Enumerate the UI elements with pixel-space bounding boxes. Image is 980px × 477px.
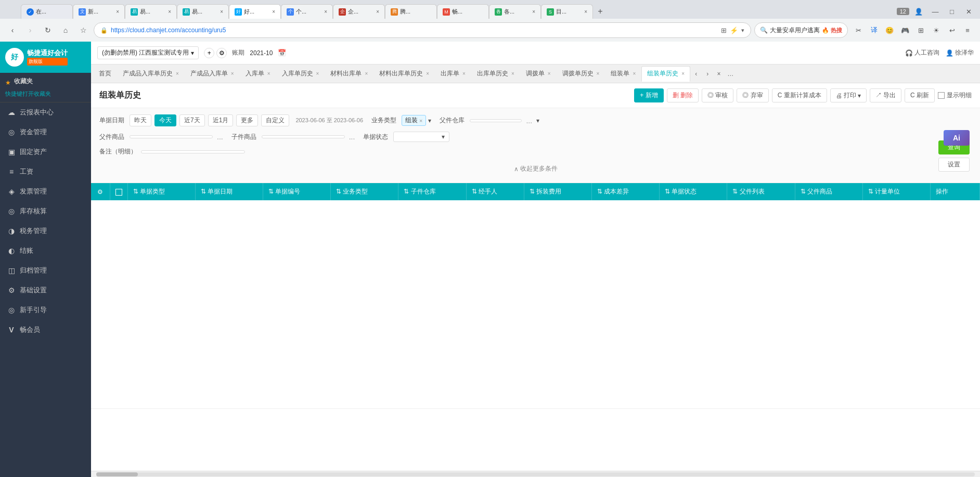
tab-close-zuzhuang-ls[interactable]: × xyxy=(681,71,685,76)
print-button[interactable]: 🖨 打印 ▾ xyxy=(830,88,867,102)
browser-tab-10[interactable]: M 畅... xyxy=(437,4,489,19)
app-tab-cailiao-chuku-ls[interactable]: 材料出库单历史 × xyxy=(373,66,435,82)
delete-button[interactable]: 删 删除 xyxy=(667,88,699,102)
th-disassemble-fee[interactable]: ⇅ 拆装费用 xyxy=(524,183,591,200)
menu-icon[interactable]: ≡ xyxy=(960,23,975,37)
back-button[interactable]: ‹ xyxy=(5,23,20,37)
sidebar-item-shiwu[interactable]: ◑ 税务管理 xyxy=(0,221,91,241)
export-button[interactable]: ↗ 导出 xyxy=(870,88,901,102)
tab-close-ruku-ls[interactable]: × xyxy=(316,71,319,76)
display-detail-checkbox[interactable] xyxy=(938,92,945,99)
user-button[interactable]: 👤 徐泽华 xyxy=(946,48,974,57)
refresh-button[interactable]: ↻ xyxy=(41,23,55,37)
tab-scroll-left[interactable]: ‹ xyxy=(690,68,702,80)
sidebar-item-huiyuan[interactable]: V 畅会员 xyxy=(0,320,91,340)
status-select[interactable]: ▾ xyxy=(393,132,449,142)
company-selector[interactable]: (勿删勿禁用) 江西服宝测试专用 ▾ xyxy=(97,46,199,59)
tab-close-cailiao-chuku-ls[interactable]: × xyxy=(426,71,429,76)
tab-close-chanpin-ruku[interactable]: × xyxy=(231,71,234,76)
tab-close-chanpin-ruku-ls[interactable]: × xyxy=(176,71,179,76)
th-date[interactable]: ⇅ 单据日期 xyxy=(195,183,263,200)
sidebar-item-xinshou[interactable]: ◎ 新手引导 xyxy=(0,300,91,320)
query-settings-button[interactable]: 设置 xyxy=(938,158,970,172)
browser-tab-2[interactable]: 文 新... × xyxy=(73,4,125,19)
select-all-checkbox[interactable] xyxy=(115,189,122,196)
date-7days[interactable]: 近7天 xyxy=(179,114,205,126)
biz-type-tag-close[interactable]: × xyxy=(419,118,422,124)
tab-more[interactable]: … xyxy=(725,68,736,80)
parent-wh-select[interactable] xyxy=(470,119,522,122)
child-goods-dots[interactable]: ... xyxy=(349,133,355,141)
star-button[interactable]: ☆ xyxy=(76,23,91,37)
date-yesterday[interactable]: 昨天 xyxy=(130,114,151,126)
browser-tab-12[interactable]: S 目... × xyxy=(541,4,593,19)
sidebar-item-guidang[interactable]: ◫ 归档管理 xyxy=(0,261,91,280)
account-icon[interactable]: 👤 xyxy=(911,4,926,19)
add-button[interactable]: + xyxy=(204,48,214,58)
tab-close-tiaopan-ls[interactable]: × xyxy=(597,71,600,76)
tab-close-8[interactable]: × xyxy=(272,9,275,15)
th-biz-type[interactable]: ⇅ 业务类型 xyxy=(331,183,398,200)
parent-goods-input[interactable] xyxy=(130,135,213,138)
th-cost-diff[interactable]: ⇅ 成本差异 xyxy=(591,183,659,200)
undo-icon[interactable]: ↩ xyxy=(945,23,959,37)
home-button[interactable]: ⌂ xyxy=(58,23,73,37)
add-button-action[interactable]: + 新增 xyxy=(634,88,663,102)
app-tab-chuku[interactable]: 出库单 × xyxy=(435,66,471,82)
sun-icon[interactable]: ☀ xyxy=(929,23,944,37)
tab-close-12[interactable]: × xyxy=(584,9,587,15)
tab-close-all[interactable]: × xyxy=(713,68,725,80)
browser-tab-1[interactable]: ✓ 在... xyxy=(21,4,73,19)
forward-button[interactable]: › xyxy=(23,23,37,37)
translate-icon[interactable]: 译 xyxy=(867,23,881,37)
scroll-track[interactable] xyxy=(96,472,975,476)
app-tab-zuzhuang-ls[interactable]: 组装单历史 × xyxy=(641,66,690,82)
biz-type-dropdown[interactable]: ▾ xyxy=(428,117,431,124)
browser-tab-4[interactable]: 易 易... × xyxy=(177,4,229,19)
parent-wh-dropdown[interactable]: ▾ xyxy=(536,117,539,124)
tab-scroll-right[interactable]: › xyxy=(702,68,713,80)
th-number[interactable]: ⇅ 单据编号 xyxy=(263,183,330,200)
th-handler[interactable]: ⇅ 经手人 xyxy=(466,183,524,200)
th-parent-list[interactable]: ⇅ 父件列表 xyxy=(727,183,795,200)
browser-tab-9[interactable]: 腾 腾... xyxy=(385,4,437,19)
cut-icon[interactable]: ✂ xyxy=(851,23,866,37)
tab-close-cailiao-chuku[interactable]: × xyxy=(365,71,368,76)
tab-close-zuzhuang[interactable]: × xyxy=(633,71,636,76)
parent-wh-more[interactable]: ... xyxy=(526,117,532,125)
tab-close-2[interactable]: × xyxy=(116,9,119,15)
refresh-page-button[interactable]: C 刷新 xyxy=(905,88,935,102)
search-bar[interactable]: 🔍 大量安卓用户逃离 🔥 热搜 xyxy=(754,22,848,38)
new-tab-button[interactable]: + xyxy=(593,4,608,19)
emoji-icon[interactable]: 😊 xyxy=(882,23,897,37)
app-tab-ruku[interactable]: 入库单 × xyxy=(240,66,276,82)
sidebar-item-jiezhang[interactable]: ◐ 结账 xyxy=(0,241,91,261)
ai-badge[interactable]: Ai xyxy=(944,130,970,146)
calendar-icon[interactable]: 📅 xyxy=(278,49,286,57)
app-tab-chuku-ls[interactable]: 出库单历史 × xyxy=(471,66,520,82)
app-tab-zuzhuang[interactable]: 组装单 × xyxy=(605,66,641,82)
minimize-icon[interactable]: — xyxy=(928,4,943,19)
app-tab-chanpin-ruku[interactable]: 产成品入库单 × xyxy=(185,66,240,82)
app-tab-cailiao-chuku[interactable]: 材料出库单 × xyxy=(325,66,373,82)
browser-tab-6[interactable]: 企 企... × xyxy=(333,4,385,19)
settings-header-button[interactable]: ⚙ xyxy=(216,48,227,58)
service-button[interactable]: 🎧 人工咨询 xyxy=(905,48,939,57)
app-tab-chanpin-ruku-ls[interactable]: 产成品入库单历史 × xyxy=(117,66,185,82)
date-today[interactable]: 今天 xyxy=(154,114,176,126)
lightning-icon[interactable]: ⚡ xyxy=(730,27,738,34)
browser-tab-8[interactable]: 好 好... × xyxy=(229,4,281,19)
tab-close-tiaopan[interactable]: × xyxy=(548,71,551,76)
note-input[interactable] xyxy=(141,150,245,153)
abandon-button[interactable]: ◎ 弃审 xyxy=(737,88,768,102)
th-type[interactable]: ⇅ 单据类型 xyxy=(127,183,195,200)
tab-close-5[interactable]: × xyxy=(324,9,327,15)
sidebar-item-guding[interactable]: ▣ 固定资产 xyxy=(0,142,91,162)
th-uom[interactable]: ⇅ 计量单位 xyxy=(862,183,930,200)
date-1month[interactable]: 近1月 xyxy=(208,114,234,126)
qr-icon[interactable]: ⊞ xyxy=(721,27,727,34)
sidebar-item-zijin[interactable]: ◎ 资金管理 xyxy=(0,122,91,142)
th-parent-goods[interactable]: ⇅ 父件商品 xyxy=(795,183,862,200)
th-child-wh[interactable]: ⇅ 子件仓库 xyxy=(398,183,466,200)
date-more[interactable]: 更多 xyxy=(236,114,258,126)
